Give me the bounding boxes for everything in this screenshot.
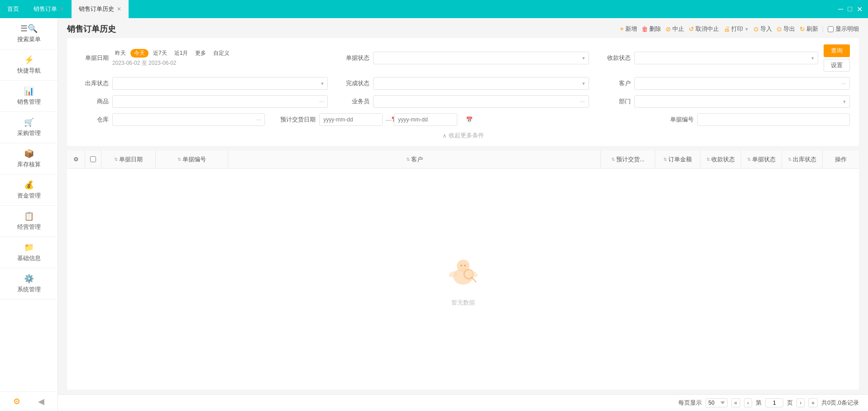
- complete-status-input[interactable]: [377, 80, 582, 87]
- department-select[interactable]: ▾: [634, 95, 850, 108]
- print-button[interactable]: 🖨 打印 ▼: [724, 25, 749, 33]
- out-status-select[interactable]: ▾: [112, 77, 328, 90]
- out-status-dropdown-icon[interactable]: ▾: [321, 81, 324, 87]
- table-wrap: ⚙ ⇅ 单据日期 ⇅ 单据编号 ⇅ 客户 ⇅: [67, 150, 859, 390]
- sidebar-item-quick-nav[interactable]: ⚡ 快捷导航: [0, 49, 58, 81]
- salesperson-input[interactable]: [377, 98, 580, 105]
- th-checkbox[interactable]: [85, 150, 101, 168]
- query-button[interactable]: 查询: [824, 44, 850, 57]
- department-input[interactable]: [638, 98, 843, 105]
- th-settings[interactable]: ⚙: [67, 150, 85, 168]
- show-detail-checkbox-label[interactable]: 显示明细: [828, 25, 859, 33]
- sidebar-item-sales-mgmt[interactable]: 📊 销售管理: [0, 81, 58, 112]
- out-status-input[interactable]: [116, 80, 321, 87]
- complete-status-select[interactable]: ▾: [373, 77, 589, 90]
- th-sn[interactable]: ⇅ 单据编号: [156, 150, 228, 168]
- settings-bottom-icon[interactable]: ⚙: [13, 396, 20, 406]
- salesperson-input-wrap[interactable]: ···: [373, 95, 589, 108]
- order-no-input[interactable]: [701, 116, 846, 123]
- new-button[interactable]: + 新增: [620, 25, 637, 33]
- last-page-button[interactable]: »: [808, 398, 818, 407]
- goods-input-wrap[interactable]: ···: [112, 95, 328, 108]
- next-page-button[interactable]: ›: [796, 398, 805, 407]
- minimize-button[interactable]: ─: [837, 4, 844, 14]
- maximize-button[interactable]: □: [847, 4, 853, 14]
- import-button[interactable]: ⊙ 导入: [753, 25, 772, 33]
- order-status-input[interactable]: [377, 55, 582, 61]
- department-dropdown-icon[interactable]: ▾: [843, 99, 846, 105]
- salesperson-more-icon[interactable]: ···: [580, 98, 585, 105]
- refresh-button[interactable]: ↻ 刷新: [800, 25, 818, 33]
- date-btn-last7[interactable]: 近7天: [150, 49, 170, 58]
- page-size-select[interactable]: 50 10 20 100: [705, 398, 728, 407]
- date-btn-today[interactable]: 今天: [130, 49, 149, 58]
- setting-button[interactable]: 设置: [824, 59, 850, 72]
- delivery-end-calendar-icon[interactable]: 📅: [466, 116, 473, 123]
- tab-home[interactable]: 首页: [0, 0, 26, 18]
- sidebar-item-system[interactable]: ⚙️ 系统管理: [0, 268, 58, 300]
- tab-sales-order-history[interactable]: 销售订单历史 ✕: [72, 0, 129, 18]
- th-customer[interactable]: ⇅ 客户: [228, 150, 601, 168]
- first-page-button[interactable]: «: [731, 398, 741, 407]
- pay-status-input[interactable]: [638, 55, 811, 61]
- delivery-start-wrap[interactable]: 📅: [319, 113, 383, 126]
- tab-sales-order-close[interactable]: ✕: [60, 6, 64, 12]
- date-btn-yesterday[interactable]: 昨天: [112, 49, 129, 58]
- order-status-dropdown-icon[interactable]: ▾: [582, 55, 585, 61]
- warehouse-input[interactable]: [116, 116, 256, 123]
- sidebar-item-finance[interactable]: 💰 资金管理: [0, 174, 58, 206]
- show-detail-checkbox[interactable]: [828, 26, 834, 32]
- th-delivery[interactable]: ⇅ 预计交货...: [601, 150, 655, 168]
- sidebar-item-basic-info[interactable]: 📁 基础信息: [0, 237, 58, 268]
- stop-button[interactable]: ⊘ 中止: [666, 25, 684, 33]
- th-date[interactable]: ⇅ 单据日期: [101, 150, 156, 168]
- print-dropdown-icon[interactable]: ▼: [744, 27, 749, 32]
- pay-status-select[interactable]: ▾: [634, 52, 818, 64]
- th-order-status[interactable]: ⇅ 单据状态: [741, 150, 782, 168]
- delivery-end-wrap[interactable]: 📅: [394, 113, 457, 126]
- goods-more-icon[interactable]: ···: [319, 98, 324, 105]
- print-icon: 🖨: [724, 25, 730, 33]
- date-btn-custom[interactable]: 自定义: [211, 49, 232, 58]
- export-button[interactable]: ⊙ 导出: [777, 25, 795, 33]
- collapse-filter-row[interactable]: ∧ 收起更多条件: [76, 131, 850, 140]
- th-pay-status[interactable]: ⇅ 收款状态: [700, 150, 741, 168]
- delivery-start-input[interactable]: [323, 116, 391, 123]
- tab-sales-order-history-close[interactable]: ✕: [117, 6, 121, 12]
- cancel-stop-button[interactable]: ↺ 取消中止: [689, 25, 719, 33]
- customer-input-wrap[interactable]: ···: [634, 77, 850, 90]
- page-number-input[interactable]: [765, 398, 783, 407]
- sidebar-item-inventory-label: 库存核算: [17, 160, 41, 169]
- customer-label: 客户: [598, 79, 634, 87]
- th-out-status[interactable]: ⇅ 出库状态: [782, 150, 823, 168]
- delivery-end-input[interactable]: [398, 116, 466, 123]
- sidebar-item-inventory[interactable]: 📦 库存核算: [0, 143, 58, 174]
- complete-status-dropdown-icon[interactable]: ▾: [582, 81, 585, 87]
- close-button[interactable]: ✕: [856, 4, 863, 15]
- date-btn-last1m[interactable]: 近1月: [172, 49, 191, 58]
- order-status-select[interactable]: ▾: [373, 52, 589, 64]
- collapse-sidebar-icon[interactable]: ◀: [38, 396, 44, 406]
- goods-input[interactable]: [116, 98, 319, 105]
- sidebar-item-search-menu-label: 搜索菜单: [17, 35, 41, 44]
- svg-point-5: [464, 265, 466, 266]
- sidebar-item-operations[interactable]: 📋 经营管理: [0, 206, 58, 237]
- warehouse-input-wrap[interactable]: ···: [112, 113, 265, 126]
- order-no-input-wrap[interactable]: [697, 113, 850, 126]
- main-layout: ☰🔍 搜索菜单 ⚡ 快捷导航 📊 销售管理 🛒 采购管理 📦 库存核算 💰 资金…: [0, 18, 868, 411]
- date-label: 单据日期: [76, 54, 112, 62]
- warehouse-more-icon[interactable]: ···: [256, 116, 261, 123]
- tab-sales-order[interactable]: 销售订单 ✕: [26, 0, 72, 18]
- th-amount[interactable]: ⇅ 订单金额: [655, 150, 700, 168]
- customer-input[interactable]: [638, 80, 841, 87]
- sidebar-item-purchase-mgmt[interactable]: 🛒 采购管理: [0, 112, 58, 143]
- sidebar-item-search-menu[interactable]: ☰🔍 搜索菜单: [0, 18, 58, 49]
- pay-status-dropdown-icon[interactable]: ▾: [811, 55, 814, 61]
- delete-button[interactable]: 🗑 删除: [642, 25, 661, 33]
- select-all-checkbox[interactable]: [90, 156, 96, 162]
- prev-page-button[interactable]: ‹: [744, 398, 752, 407]
- settings-icon[interactable]: ⚙: [73, 156, 79, 163]
- sidebar-item-quick-nav-label: 快捷导航: [17, 67, 41, 75]
- customer-more-icon[interactable]: ···: [841, 80, 846, 87]
- date-btn-more[interactable]: 更多: [192, 49, 209, 58]
